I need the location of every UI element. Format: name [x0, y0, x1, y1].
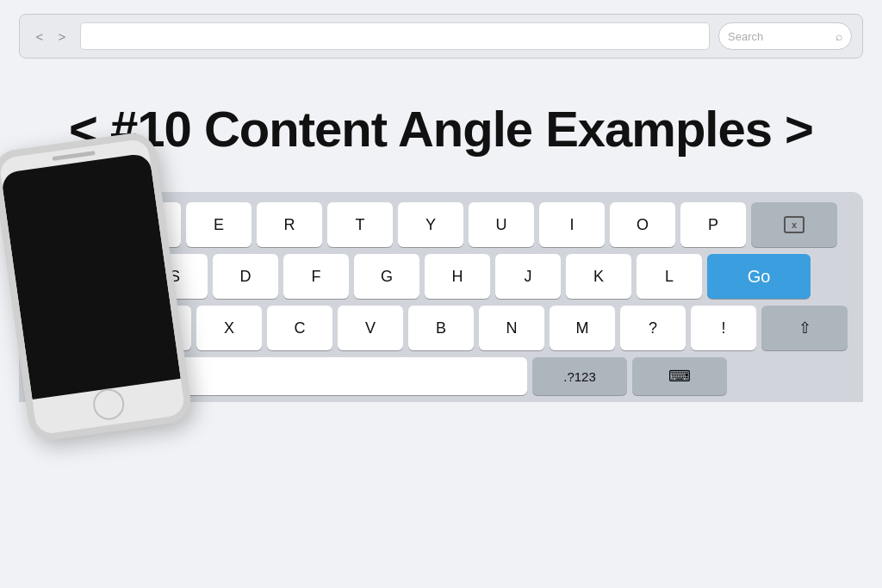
key-v[interactable]: V — [338, 306, 403, 350]
key-d[interactable]: D — [213, 254, 278, 299]
key-shift-right[interactable]: ⇧ — [761, 306, 848, 350]
phone-device — [0, 130, 194, 443]
key-e[interactable]: E — [186, 202, 252, 247]
key-h[interactable]: H — [425, 254, 490, 299]
search-box[interactable]: Search ⌕ — [718, 22, 852, 50]
key-l[interactable]: L — [637, 254, 702, 299]
key-b[interactable]: B — [408, 306, 474, 350]
key-question[interactable]: ? — [620, 306, 686, 350]
key-space[interactable] — [131, 357, 527, 395]
browser-bar: < > Search ⌕ — [19, 14, 863, 59]
key-t[interactable]: T — [327, 202, 393, 247]
phone-speaker — [53, 151, 96, 161]
keyboard-area: Q W E R T Y U I O P x A S D F G H J K — [19, 192, 863, 402]
key-m[interactable]: M — [550, 306, 615, 350]
key-c[interactable]: C — [267, 306, 332, 350]
phone-screen — [1, 152, 181, 399]
forward-button[interactable]: > — [53, 27, 71, 46]
key-j[interactable]: J — [495, 254, 561, 299]
back-button[interactable]: < — [30, 27, 49, 46]
search-icon: ⌕ — [835, 29, 842, 43]
key-r[interactable]: R — [257, 202, 322, 247]
key-f[interactable]: F — [283, 254, 349, 299]
key-go[interactable]: Go — [707, 254, 811, 299]
key-i[interactable]: I — [539, 202, 605, 247]
phone-home-button — [91, 387, 127, 422]
key-y[interactable]: Y — [398, 202, 463, 247]
key-g[interactable]: G — [354, 254, 419, 299]
key-backspace[interactable]: x — [751, 202, 837, 247]
nav-buttons: < > — [30, 27, 71, 46]
search-placeholder: Search — [728, 30, 830, 43]
main-heading: < #10 Content Angle Examples > — [69, 100, 813, 158]
key-p[interactable]: P — [680, 202, 746, 247]
key-o[interactable]: O — [610, 202, 675, 247]
key-emoji[interactable]: ⌨ — [632, 357, 727, 395]
key-x[interactable]: X — [196, 306, 262, 350]
address-bar[interactable] — [80, 22, 710, 50]
key-n[interactable]: N — [479, 306, 544, 350]
key-k[interactable]: K — [566, 254, 631, 299]
key-exclaim[interactable]: ! — [691, 306, 756, 350]
key-u[interactable]: U — [469, 202, 534, 247]
key-dotnum[interactable]: .?123 — [532, 357, 627, 395]
